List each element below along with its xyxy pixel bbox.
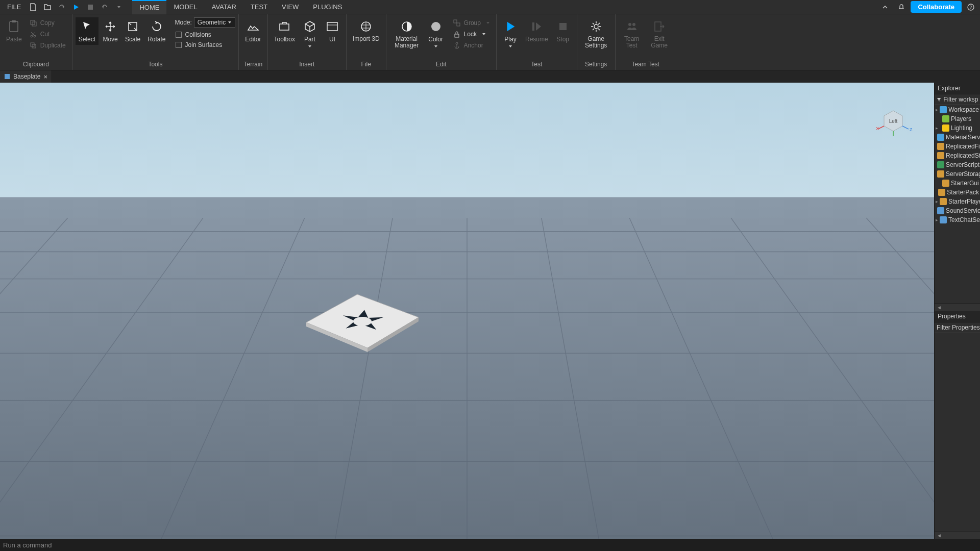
svg-rect-12 bbox=[280, 24, 289, 30]
spawn-location[interactable] bbox=[301, 292, 424, 353]
svg-rect-23 bbox=[559, 23, 567, 30]
select-button[interactable]: Select bbox=[76, 17, 99, 45]
clipboard-label: Clipboard bbox=[3, 61, 69, 69]
stop-button: Stop bbox=[552, 17, 574, 45]
tree-item[interactable]: ReplicatedStorage bbox=[935, 151, 980, 160]
tree-item[interactable]: ▸Workspace bbox=[935, 105, 980, 114]
group-clipboard: Paste Copy Cut Duplicate Clipboard bbox=[0, 14, 72, 70]
resume-button: Resume bbox=[522, 17, 551, 45]
view-selector-gizmo[interactable]: Left X Z bbox=[873, 103, 914, 144]
right-panels: Explorer Filter workspace ▸WorkspacePlay… bbox=[934, 83, 980, 539]
group-settings: Game Settings Settings bbox=[577, 14, 616, 70]
explorer-collapse[interactable]: ◄ bbox=[935, 304, 980, 311]
tab-plugins[interactable]: PLUGINS bbox=[306, 0, 349, 14]
collaborate-button[interactable]: Collaborate bbox=[911, 1, 962, 13]
svg-rect-20 bbox=[455, 34, 459, 37]
color-button[interactable]: Color bbox=[425, 17, 447, 50]
collapse-ribbon-icon[interactable] bbox=[879, 1, 891, 13]
explorer-header[interactable]: Explorer bbox=[935, 83, 980, 94]
close-tab-icon[interactable]: × bbox=[43, 73, 47, 81]
new-file-icon[interactable] bbox=[27, 1, 39, 13]
move-button[interactable]: Move bbox=[100, 17, 121, 45]
ground-plane bbox=[0, 83, 934, 539]
tree-item[interactable]: ▸Lighting bbox=[935, 123, 980, 133]
scale-button[interactable]: Scale bbox=[122, 17, 143, 45]
tree-item[interactable]: ServerScriptService bbox=[935, 160, 980, 169]
tree-item[interactable]: ServerStorage bbox=[935, 169, 980, 179]
ribbon-tabs: HOME MODEL AVATAR TEST VIEW PLUGINS bbox=[132, 0, 349, 14]
svg-point-24 bbox=[594, 24, 598, 29]
properties-filter[interactable]: Filter Properties bbox=[935, 322, 980, 333]
tab-view[interactable]: VIEW bbox=[275, 0, 306, 14]
part-button[interactable]: Part bbox=[299, 17, 321, 50]
group-teamtest: Team Test Exit Game Team Test bbox=[616, 14, 676, 70]
viewport-3d[interactable]: Left X Z bbox=[0, 83, 934, 539]
tab-avatar[interactable]: AVATAR bbox=[205, 0, 243, 14]
svg-point-21 bbox=[456, 42, 458, 44]
tab-test[interactable]: TEST bbox=[243, 0, 275, 14]
copy-button: Copy bbox=[26, 17, 69, 29]
svg-rect-0 bbox=[88, 5, 93, 10]
main-area: Left X Z Explorer Filter workspace ▸Work… bbox=[0, 83, 980, 539]
rotate-button[interactable]: Rotate bbox=[144, 17, 168, 45]
menu-bar: FILE HOME MODEL AVATAR TEST VIEW PLUGINS… bbox=[0, 0, 980, 14]
tree-item[interactable]: ReplicatedFirst bbox=[935, 142, 980, 151]
paste-label: Paste bbox=[6, 36, 22, 43]
play-button[interactable]: Play bbox=[500, 17, 521, 50]
group-test: Play Resume Stop Test bbox=[497, 14, 577, 70]
command-bar[interactable]: Run a command bbox=[0, 539, 980, 551]
group-button: Group bbox=[450, 17, 493, 29]
terrain-editor-button[interactable]: Editor bbox=[242, 17, 264, 45]
tree-item[interactable]: ▸StarterPlayer bbox=[935, 197, 980, 206]
svg-line-55 bbox=[902, 126, 909, 129]
file-menu[interactable]: FILE bbox=[2, 0, 26, 14]
anchor-button: Anchor bbox=[450, 40, 493, 51]
material-manager-button[interactable]: Material Manager bbox=[389, 17, 424, 51]
paste-button: Paste bbox=[3, 17, 25, 45]
game-settings-button[interactable]: Game Settings bbox=[580, 17, 612, 51]
tree-item[interactable]: ▸TextChatService bbox=[935, 215, 980, 224]
group-edit: Material Manager Color Group Lock Anchor… bbox=[386, 14, 497, 70]
properties-collapse[interactable]: ◄ bbox=[935, 532, 980, 539]
mode-dropdown[interactable]: Geometric bbox=[194, 17, 235, 28]
svg-point-17 bbox=[431, 22, 440, 31]
toolbox-button[interactable]: Toolbox bbox=[271, 17, 298, 45]
play-quick-icon[interactable] bbox=[70, 1, 82, 13]
svg-rect-22 bbox=[532, 22, 534, 31]
svg-rect-3 bbox=[10, 21, 18, 32]
import-3d-button[interactable]: Import 3D bbox=[350, 17, 383, 44]
notifications-icon[interactable] bbox=[895, 1, 908, 13]
help-icon[interactable]: ? bbox=[965, 1, 977, 13]
svg-rect-5 bbox=[31, 20, 35, 24]
svg-text:Z: Z bbox=[910, 127, 913, 132]
redo-icon[interactable] bbox=[56, 1, 68, 13]
svg-rect-6 bbox=[32, 22, 36, 26]
collisions-checkbox[interactable]: Collisions bbox=[173, 30, 235, 40]
tree-item[interactable]: Players bbox=[935, 114, 980, 123]
svg-text:?: ? bbox=[969, 5, 972, 10]
explorer-filter[interactable]: Filter workspace bbox=[935, 94, 980, 105]
join-surfaces-checkbox[interactable]: Join Surfaces bbox=[173, 40, 235, 50]
tree-item[interactable]: SoundService bbox=[935, 206, 980, 215]
document-tab-bar: Baseplate × bbox=[0, 70, 980, 83]
svg-rect-18 bbox=[454, 20, 457, 23]
ui-button[interactable]: UI bbox=[322, 17, 343, 45]
properties-header[interactable]: Properties bbox=[935, 311, 980, 322]
tab-model[interactable]: MODEL bbox=[166, 0, 204, 14]
open-file-icon[interactable] bbox=[41, 1, 54, 13]
document-tab[interactable]: Baseplate × bbox=[0, 70, 52, 83]
stop-quick-icon[interactable] bbox=[84, 1, 96, 13]
svg-rect-13 bbox=[327, 22, 337, 31]
tree-item[interactable]: StarterGui bbox=[935, 179, 980, 188]
undo-icon[interactable] bbox=[99, 1, 111, 13]
explorer-tree[interactable]: ▸WorkspacePlayers▸LightingMaterialServic… bbox=[935, 105, 980, 304]
tab-home[interactable]: HOME bbox=[132, 0, 166, 14]
place-icon bbox=[4, 73, 10, 80]
lock-button[interactable]: Lock bbox=[450, 29, 493, 40]
tree-item[interactable]: StarterPack bbox=[935, 188, 980, 197]
svg-rect-19 bbox=[457, 23, 460, 26]
tree-item[interactable]: MaterialService bbox=[935, 133, 980, 142]
svg-rect-28 bbox=[5, 74, 10, 79]
filter-icon bbox=[937, 96, 941, 103]
dropdown-quick-icon[interactable] bbox=[113, 1, 125, 13]
